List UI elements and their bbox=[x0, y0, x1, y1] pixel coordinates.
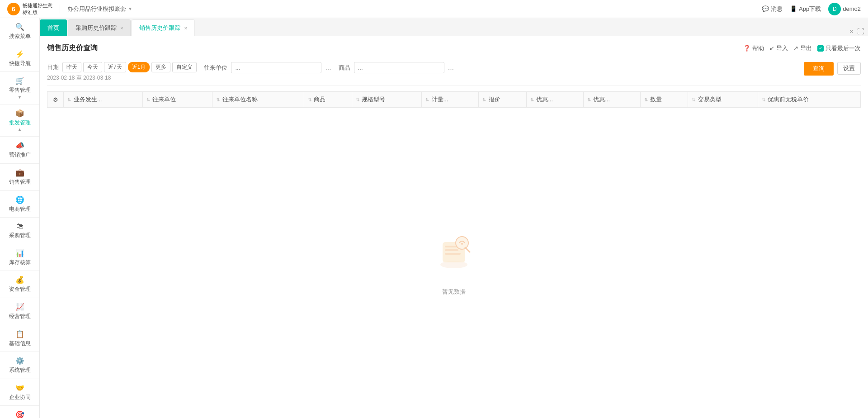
only-last-container[interactable]: ✓ 只看最后一次 bbox=[817, 44, 861, 52]
product-dots[interactable]: ... bbox=[448, 64, 454, 72]
sidebar-item-enterprise-collab[interactable]: 🤝 企业协同 bbox=[0, 379, 39, 406]
date-btn-1month[interactable]: 近1月 bbox=[128, 62, 150, 72]
sidebar-item-retail-mgmt[interactable]: 🛒 零售管理 ▼ bbox=[0, 72, 39, 104]
sort-icon: ⇅ bbox=[67, 97, 71, 102]
tab-actions: × ⛶ bbox=[849, 28, 868, 36]
col-trade-type[interactable]: ⇅ 交易类型 bbox=[688, 92, 758, 108]
sidebar-item-search-menu[interactable]: 🔍 搜索菜单 bbox=[0, 18, 39, 45]
tab-sales-history[interactable]: 销售历史价跟踪 × bbox=[132, 19, 194, 36]
handshake-icon: 🤝 bbox=[15, 384, 24, 392]
date-btn-7days[interactable]: 近7天 bbox=[104, 62, 126, 72]
sidebar-item-basic-info[interactable]: 📋 基础信息 bbox=[0, 325, 39, 352]
help-icon: ❓ bbox=[743, 45, 750, 52]
settings-icon: ⚙ bbox=[53, 96, 58, 103]
sidebar-item-finance[interactable]: 💰 资金管理 bbox=[0, 271, 39, 298]
col-pre-tax-price[interactable]: ⇅ 优惠前无税单价 bbox=[758, 92, 860, 108]
main-layout: 🔍 搜索菜单 ⚡ 快捷导航 🛒 零售管理 ▼ 📦 批发管理 ▲ 📣 营销推广 💼… bbox=[0, 18, 868, 418]
content-area: 首页 采购历史价跟踪 × 销售历史价跟踪 × × ⛶ 销售历史价查询 bbox=[40, 18, 868, 418]
date-label: 日期 bbox=[47, 63, 59, 71]
sort-icon: ⇅ bbox=[482, 97, 486, 102]
import-button[interactable]: ↙ 导入 bbox=[769, 44, 788, 52]
col-biz-date[interactable]: ⇅ 业务发生... bbox=[64, 92, 143, 108]
shopping-icon: 🛍 bbox=[16, 222, 24, 230]
only-last-checkbox[interactable]: ✓ bbox=[817, 45, 824, 52]
close-window-button[interactable]: × bbox=[849, 28, 854, 36]
page-content: 销售历史价查询 ❓ 帮助 ↙ 导入 ↗ 导出 bbox=[40, 36, 868, 418]
sidebar-item-wholesale-mgmt[interactable]: 📦 批发管理 ▲ bbox=[0, 104, 39, 137]
tab-purchase-history[interactable]: 采购历史价跟踪 × bbox=[68, 19, 131, 36]
globe-icon: 🌐 bbox=[15, 195, 24, 204]
col-discount2[interactable]: ⇅ 优惠... bbox=[583, 92, 640, 108]
maximize-window-button[interactable]: ⛶ bbox=[857, 28, 864, 36]
col-unit[interactable]: ⇅ 计量... bbox=[421, 92, 478, 108]
col-product[interactable]: ⇅ 商品 bbox=[304, 92, 352, 108]
date-range-text: 2023-02-18 至 2023-03-18 bbox=[47, 74, 197, 82]
tab-bar: 首页 采购历史价跟踪 × 销售历史价跟踪 × × ⛶ bbox=[40, 18, 868, 36]
logo-icon: 6 bbox=[7, 3, 20, 15]
sidebar: 🔍 搜索菜单 ⚡ 快捷导航 🛒 零售管理 ▼ 📦 批发管理 ▲ 📣 营销推广 💼… bbox=[0, 18, 40, 418]
tab-home[interactable]: 首页 bbox=[40, 19, 67, 36]
product-label: 商品 bbox=[339, 64, 350, 72]
gear-icon: ⚙️ bbox=[15, 356, 24, 365]
date-btn-today[interactable]: 今天 bbox=[83, 62, 102, 72]
chevron-up-icon: ▲ bbox=[18, 127, 22, 132]
sidebar-item-purchase-mgmt[interactable]: 🛍 采购管理 bbox=[0, 218, 39, 244]
date-btn-yesterday[interactable]: 昨天 bbox=[62, 62, 81, 72]
help-button[interactable]: ❓ 帮助 bbox=[743, 44, 764, 52]
filter-bar: 日期 昨天 今天 近7天 近1月 更多 自定义 2023-02-18 至 202… bbox=[47, 58, 861, 86]
message-button[interactable]: 💬 消息 bbox=[762, 5, 783, 13]
col-partner-code[interactable]: ⇅ 往来单位 bbox=[142, 92, 212, 108]
download-icon: 📱 bbox=[790, 5, 797, 12]
col-quote[interactable]: ⇅ 报价 bbox=[478, 92, 526, 108]
empty-icon bbox=[431, 228, 476, 282]
date-btn-custom[interactable]: 自定义 bbox=[172, 62, 197, 72]
sidebar-item-ecommerce[interactable]: 🌐 电商管理 bbox=[0, 191, 39, 218]
clipboard-icon: 📋 bbox=[15, 330, 24, 338]
sidebar-item-new-user-guide[interactable]: 🎯 新手引导 bbox=[0, 406, 39, 418]
box-icon: 📦 bbox=[15, 109, 24, 118]
workspace-selector[interactable]: 办公用品行业模拟账套 ▼ bbox=[67, 5, 132, 13]
sidebar-item-inventory[interactable]: 📊 库存核算 bbox=[0, 244, 39, 271]
workspace-chevron-icon: ▼ bbox=[128, 6, 132, 11]
date-btn-more[interactable]: 更多 bbox=[151, 62, 170, 72]
tab-close-purchase-history[interactable]: × bbox=[120, 25, 123, 31]
svg-rect-3 bbox=[445, 249, 458, 251]
logo-area: 6 畅捷通好生意 标准版 bbox=[7, 2, 52, 15]
product-input[interactable] bbox=[354, 62, 444, 73]
message-icon: 💬 bbox=[762, 5, 769, 12]
date-filter-col: 日期 昨天 今天 近7天 近1月 更多 自定义 2023-02-18 至 202… bbox=[47, 62, 197, 82]
filter-settings-button[interactable]: 设置 bbox=[837, 62, 861, 75]
partner-dots[interactable]: ... bbox=[325, 64, 331, 72]
date-filter-group: 日期 昨天 今天 近7天 近1月 更多 自定义 bbox=[47, 62, 197, 72]
table-header-row: ⚙ ⇅ 业务发生... ⇅ 往来单位 ⇅ bbox=[47, 92, 861, 108]
sidebar-item-marketing[interactable]: 📣 营销推广 bbox=[0, 137, 39, 164]
sidebar-item-sales-mgmt[interactable]: 💼 销售管理 bbox=[0, 164, 39, 191]
sidebar-item-quick-nav[interactable]: ⚡ 快捷导航 bbox=[0, 45, 39, 72]
header-divider bbox=[60, 5, 60, 14]
col-qty[interactable]: ⇅ 数量 bbox=[640, 92, 688, 108]
logo-text: 畅捷通好生意 标准版 bbox=[23, 2, 52, 15]
svg-point-6 bbox=[461, 243, 463, 245]
partner-filter-group: 往来单位 ... bbox=[204, 62, 331, 73]
col-spec[interactable]: ⇅ 规格型号 bbox=[352, 92, 421, 108]
tab-close-sales-history[interactable]: × bbox=[184, 25, 187, 31]
avatar: D bbox=[828, 3, 841, 15]
date-buttons: 昨天 今天 近7天 近1月 更多 自定义 bbox=[62, 62, 197, 72]
svg-rect-4 bbox=[445, 253, 461, 255]
query-button[interactable]: 查询 bbox=[804, 62, 834, 76]
sort-icon: ⇅ bbox=[587, 97, 591, 102]
col-settings[interactable]: ⚙ bbox=[47, 92, 64, 108]
col-partner-name[interactable]: ⇅ 往来单位名称 bbox=[212, 92, 304, 108]
user-menu[interactable]: D demo2 bbox=[828, 3, 861, 15]
partner-label: 往来单位 bbox=[204, 64, 227, 72]
sidebar-item-operations[interactable]: 📈 经营管理 bbox=[0, 298, 39, 325]
col-discount1[interactable]: ⇅ 优惠... bbox=[526, 92, 583, 108]
export-button[interactable]: ↗ 导出 bbox=[793, 44, 812, 52]
app-download-button[interactable]: 📱 App下载 bbox=[790, 5, 821, 13]
money-icon: 💰 bbox=[15, 276, 24, 284]
partner-input[interactable] bbox=[231, 62, 321, 73]
sidebar-item-system-mgmt[interactable]: ⚙️ 系统管理 bbox=[0, 352, 39, 379]
empty-state: 暂无数据 bbox=[47, 113, 861, 411]
product-filter-group: 商品 ... bbox=[339, 62, 454, 73]
sort-icon: ⇅ bbox=[216, 97, 220, 102]
